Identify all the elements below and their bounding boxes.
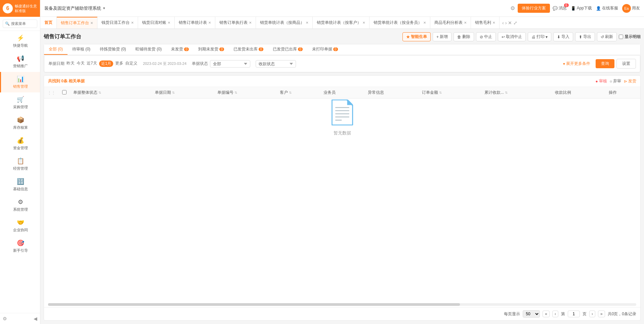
export-button[interactable]: ⬆ 导出 (575, 32, 595, 41)
date-link-1month[interactable]: 近1月 (99, 60, 114, 67)
select-all-checkbox[interactable] (62, 90, 67, 94)
show-detail-checkbox-label[interactable]: 显示明细 (619, 34, 641, 40)
tab-home[interactable]: 首页 (40, 17, 57, 29)
sidebar-item-sales[interactable]: 📊 销售管理 (0, 72, 40, 92)
tab-close-sales-workbench[interactable]: ✕ (90, 21, 93, 25)
date-link-custom[interactable]: 自定义 (125, 60, 137, 67)
sub-tab-all[interactable]: 全部 (0) (44, 44, 68, 55)
refresh-button[interactable]: ↺ 刷新 (597, 32, 617, 41)
online-service-button[interactable]: 👤 在线客服 (596, 5, 618, 11)
th-collected[interactable]: 累计收款... ⇅ (481, 87, 552, 98)
add-button[interactable]: + 新增 (433, 32, 452, 41)
tab-close-cash-daily[interactable]: ✕ (131, 21, 134, 25)
sidebar-item-quick-nav[interactable]: ⚡ 快捷导航 (0, 31, 40, 51)
delete-button[interactable]: 🗑 删除 (454, 32, 474, 41)
sub-tab-shipped-not-out[interactable]: 已发货未出库 0 (229, 44, 268, 55)
sidebar-item-enterprise[interactable]: 🤝 企业协同 (0, 215, 40, 236)
sidebar-item-basic-info[interactable]: 🔢 基础信息 (0, 174, 40, 195)
scrollbar-thumb[interactable] (48, 303, 460, 306)
sidebar-item-purchase[interactable]: 🛒 采购管理 (0, 92, 40, 113)
tab-close-sales-stats[interactable]: ✕ (208, 21, 211, 25)
filter-bar: 单据日期 昨天 今天 近7天 近1月 更多 自定义 2023-02-24 至 2… (44, 55, 640, 72)
filter-payment-select[interactable]: 收款状态 (256, 60, 296, 68)
sidebar-item-finance[interactable]: 💰 资金管理 (0, 133, 40, 154)
tab-close-cargo-stats-staff[interactable]: ✕ (423, 21, 426, 25)
tab-close-sales-exec[interactable]: ✕ (249, 21, 252, 25)
sub-tab-pending-review[interactable]: 待审核 (0) (68, 44, 95, 55)
query-button[interactable]: 查询 (596, 59, 614, 68)
tab-close-sales-profit[interactable]: ✕ (492, 21, 495, 25)
filter-status-select[interactable]: 全部 (210, 60, 250, 68)
prev-page-button[interactable]: ‹ (552, 311, 558, 317)
tab-sales-stats[interactable]: 销售订单统计表 ✕ (175, 17, 215, 29)
message-badge: 6 (564, 3, 569, 7)
tab-sales-workbench[interactable]: 销售订单工作台 ✕ (57, 17, 97, 29)
sub-tab-overdue[interactable]: 到期未发货 0 (194, 44, 229, 55)
date-link-more[interactable]: 更多 (115, 60, 123, 67)
page-input[interactable] (568, 311, 580, 317)
sidebar-item-inventory[interactable]: 📦 库存核算 (0, 113, 40, 133)
cancel-stop-button[interactable]: ↩ 取消中止 (498, 32, 526, 41)
tab-gross-profit[interactable]: 商品毛利分析表 ✕ (430, 17, 471, 29)
tab-close-cargo-stats-product[interactable]: ✕ (306, 21, 308, 25)
topbar-settings-icon[interactable]: ⚙ (510, 5, 515, 11)
th-date[interactable]: 单据日期 ⇅ (152, 87, 214, 98)
system-dropdown-icon[interactable]: ▾ (103, 6, 105, 10)
tab-cargo-stats-staff[interactable]: 销货单统计表（按业务员） ✕ (370, 17, 430, 29)
tab-sales-exec[interactable]: 销售订单执行表 ✕ (215, 17, 256, 29)
th-customer[interactable]: 客户 ⇅ (276, 87, 320, 98)
next-page-button[interactable]: › (589, 311, 595, 317)
search-menu-button[interactable]: 🔍 搜索菜单 (3, 19, 37, 28)
sidebar-item-marketing[interactable]: 📢 营销推广 (0, 51, 40, 72)
sub-tab-pending-inspect[interactable]: 待拣货验货 (0) (95, 44, 131, 55)
import-button[interactable]: ⬇ 导入 (553, 32, 573, 41)
per-page-select[interactable]: 50 10 20 100 (523, 310, 540, 318)
tab-close-gross-profit[interactable]: ✕ (464, 21, 467, 25)
sidebar-settings-button[interactable]: ⚙ (3, 316, 7, 321)
filter-expand-button[interactable]: ▾ 展开更多条件 (563, 61, 590, 67)
tabs-maximize-button[interactable]: ⤢ (513, 20, 517, 26)
tab-sales-profit[interactable]: 销售毛利 ✕ (471, 17, 500, 29)
date-link-today[interactable]: 今天 (77, 60, 85, 67)
date-link-yesterday[interactable]: 昨天 (67, 60, 75, 67)
pagination: 每页显示 50 10 20 100 « ‹ 第 页 › » 共0页，0条记录 (44, 307, 640, 320)
message-button[interactable]: 💬 消息 6 (553, 5, 567, 11)
industry-button[interactable]: 体验行业方案 (518, 4, 550, 13)
sub-tab-unshipped[interactable]: 未发货 0 (166, 44, 194, 55)
filter-settings-button[interactable]: 设置 (616, 59, 636, 69)
tab-cargo-stats-product[interactable]: 销货单统计表（按商品） ✕ (256, 17, 313, 29)
sidebar-collapse-button[interactable]: ◀ (34, 316, 37, 321)
review-action-button[interactable]: ● 审核 (596, 78, 607, 84)
unreview-action-button[interactable]: ○ 弃审 (610, 78, 621, 84)
tab-close-all-button[interactable]: ✕ (508, 20, 512, 26)
ship-action-button[interactable]: ⊳ 发货 (624, 78, 636, 84)
sidebar-item-system[interactable]: ⚙ 系统管理 (0, 195, 40, 215)
sub-tab-wangpu-pending[interactable]: 旺铺待发货 (0) (131, 44, 166, 55)
tab-cargo-stats-customer[interactable]: 销货单统计表（按客户） ✕ (313, 17, 370, 29)
th-checkbox[interactable] (59, 87, 70, 98)
th-number[interactable]: 单据编号 ⇅ (214, 87, 276, 98)
user-menu-button[interactable]: Ea 用友 (622, 4, 640, 13)
stop-button[interactable]: ⊘ 中止 (476, 32, 496, 41)
sidebar-item-guide[interactable]: 🎯 新手引导 (0, 236, 40, 256)
sub-tab-unprinted[interactable]: 未打印单据 0 (307, 44, 343, 55)
sidebar-item-operations[interactable]: 📋 经营管理 (0, 154, 40, 174)
first-page-button[interactable]: « (543, 311, 550, 317)
ai-generate-button[interactable]: ★ 智能生单 (402, 32, 431, 41)
th-amount[interactable]: 订单金额 ⇅ (419, 87, 481, 98)
filter-date-item: 单据日期 昨天 今天 近7天 近1月 更多 自定义 (48, 60, 137, 67)
th-status[interactable]: 单据整体状态 ⇅ (70, 87, 152, 98)
tab-cash-daily[interactable]: 钱货日清工作台 ✕ (97, 17, 138, 29)
print-button[interactable]: 🖨 打印 ▾ (528, 32, 551, 41)
date-link-7days[interactable]: 近7天 (87, 60, 97, 67)
tab-close-cargo-stats-customer[interactable]: ✕ (362, 21, 365, 25)
tab-cash-reconcile[interactable]: 钱货日清对账 ✕ (138, 17, 175, 29)
tabs-prev-button[interactable]: ‹ (502, 20, 504, 26)
tab-close-cash-reconcile[interactable]: ✕ (168, 21, 170, 25)
app-download-button[interactable]: 📱 App下载 (571, 5, 592, 11)
show-detail-checkbox[interactable] (619, 35, 623, 39)
horizontal-scrollbar[interactable] (48, 303, 636, 306)
last-page-button[interactable]: » (598, 311, 605, 317)
tabs-next-button[interactable]: › (505, 20, 507, 26)
sub-tab-shipped-out[interactable]: 已发货已出库 0 (268, 44, 307, 55)
